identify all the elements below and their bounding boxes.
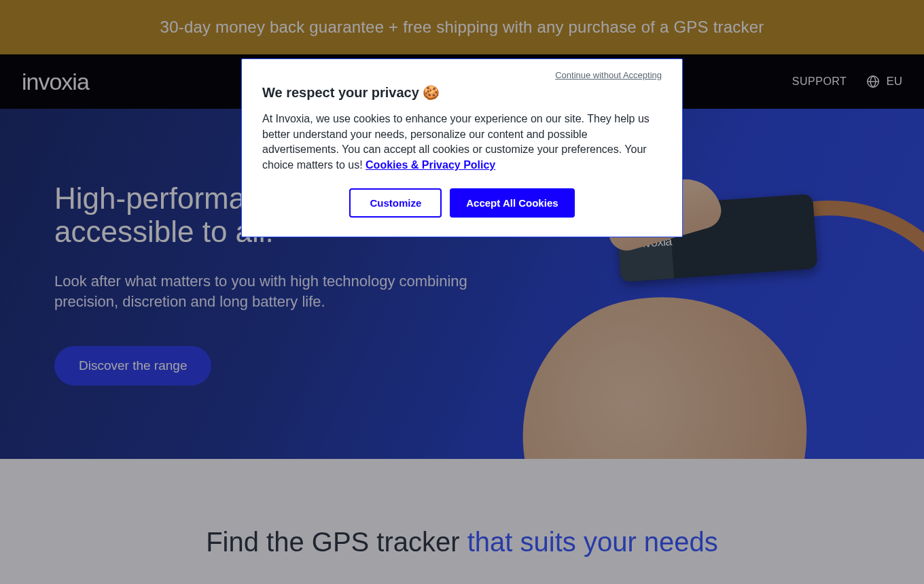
modal-title: We respect your privacy 🍪 [262, 84, 662, 101]
modal-body: At Invoxia, we use cookies to enhance yo… [262, 111, 662, 173]
customize-button[interactable]: Customize [349, 188, 442, 218]
continue-without-accepting-link[interactable]: Continue without Accepting [262, 70, 662, 80]
cookies-policy-link[interactable]: Cookies & Privacy Policy [366, 159, 495, 171]
modal-actions: Customize Accept All Cookies [262, 188, 662, 218]
accept-all-cookies-button[interactable]: Accept All Cookies [450, 188, 574, 218]
cookie-modal: Continue without Accepting We respect yo… [241, 58, 683, 237]
